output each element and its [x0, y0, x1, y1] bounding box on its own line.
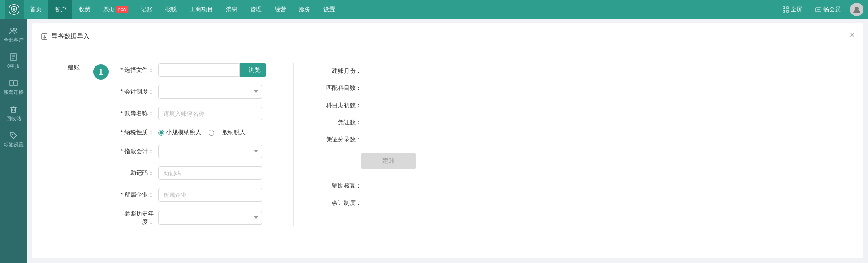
nav-bills[interactable]: 票据 new [97, 0, 134, 19]
result-label-3: 凭证数： [321, 118, 361, 127]
sidebar-item-all-customers[interactable]: 全部客户 [1, 23, 26, 47]
memo-row: 助记码： [118, 166, 266, 180]
migrate-icon [9, 79, 18, 88]
svg-rect-3 [787, 7, 788, 9]
file-label: * 选择文件： [118, 66, 154, 74]
form-left-panel: 建账 1 * 选择文件： +浏览 [68, 63, 266, 226]
nav-right-actions: 全屏 畅会员 [779, 3, 863, 16]
build-btn-area: 建账 [321, 153, 456, 169]
accounting-system-row: * 会计制度： [118, 85, 266, 99]
ledger-name-label: * 账簿名称： [118, 109, 154, 117]
ledger-name-row: * 账簿名称： [118, 107, 266, 120]
accounting-system-select[interactable] [158, 85, 262, 99]
member-button[interactable]: 畅会员 [811, 4, 844, 15]
accountant-select[interactable] [158, 145, 262, 158]
sidebar-item-tags[interactable]: 标签设置 [1, 127, 26, 152]
import-icon [41, 33, 48, 40]
nav-manage[interactable]: 管理 [244, 0, 268, 19]
svg-rect-12 [14, 80, 17, 86]
browse-button[interactable]: +浏览 [240, 63, 266, 77]
memo-label: 助记码： [118, 169, 154, 177]
member-icon [815, 6, 821, 13]
tax-small-radio[interactable] [158, 130, 164, 136]
document-icon [9, 52, 18, 61]
tax-type-row: * 纳税性质： 小规模纳税人 一般纳税人 [118, 128, 266, 136]
tax-small-label[interactable]: 小规模纳税人 [158, 128, 201, 136]
tax-type-radio-group: 小规模纳税人 一般纳税人 [158, 128, 246, 136]
company-row: * 所属企业： [118, 188, 266, 202]
file-input-row: +浏览 [158, 63, 266, 77]
nav-customers[interactable]: 客户 [48, 0, 72, 19]
svg-point-9 [14, 28, 17, 31]
users-icon [9, 26, 18, 35]
top-navigation: 首页 客户 收费 票据 new 记账 报税 工商项目 消息 管理 经营 服务 设… [0, 0, 868, 19]
company-input[interactable] [158, 188, 262, 202]
right-fields-2: 辅助核算： 会计制度： [321, 178, 456, 207]
ledger-name-input[interactable] [158, 107, 262, 120]
svg-point-1 [13, 8, 16, 11]
tag-icon [9, 131, 18, 140]
fullscreen-icon [783, 6, 789, 13]
step-circle: 1 [93, 64, 109, 80]
nav-badge-new: new [116, 6, 128, 13]
nav-fees[interactable]: 收费 [72, 0, 97, 19]
right-fields: 建账月份： 匹配科目数： 科目期初数： 凭证数： [321, 63, 456, 144]
result-label-0: 建账月份： [321, 67, 361, 75]
company-label: * 所属企业： [118, 191, 154, 199]
main-content: 导爷数据导入 × 建账 1 * 选择文件： [27, 19, 868, 263]
file-input[interactable] [158, 63, 240, 77]
history-year-select[interactable] [158, 211, 262, 225]
sidebar-item-zero-declaration[interactable]: 0申报 [1, 49, 26, 73]
accountant-label: * 指派会计： [118, 147, 154, 155]
accountant-row: * 指派会计： [118, 145, 266, 158]
page-header: 导爷数据导入 [41, 33, 854, 41]
result-qichu: 科目期初数： [321, 101, 456, 109]
result-pingzheng: 凭证数： [321, 118, 456, 127]
step-label: 建账 [68, 63, 80, 71]
fullscreen-button[interactable]: 全屏 [779, 4, 806, 15]
main-layout: 全部客户 0申报 账套迁移 回收站 [0, 19, 868, 263]
nav-settings[interactable]: 设置 [317, 0, 342, 19]
form-fields: * 选择文件： +浏览 * 会计制度： [118, 63, 266, 226]
user-avatar[interactable] [850, 3, 863, 16]
result-label-5: 辅助核算： [321, 182, 361, 190]
tax-general-label[interactable]: 一般纳税人 [209, 128, 246, 136]
result-jianzhangyuefen: 建账月份： [321, 67, 456, 75]
nav-bookkeeping[interactable]: 记账 [134, 0, 159, 19]
accounting-system-label: * 会计制度： [118, 88, 154, 96]
svg-point-8 [11, 28, 14, 31]
nav-operation[interactable]: 经营 [268, 0, 293, 19]
sidebar-item-migration[interactable]: 账套迁移 [1, 75, 26, 99]
result-label-4: 凭证分录数： [321, 136, 361, 144]
nav-tax[interactable]: 报税 [159, 0, 183, 19]
svg-rect-4 [783, 10, 785, 12]
build-button[interactable]: 建账 [361, 153, 416, 169]
result-label-2: 科目期初数： [321, 101, 361, 109]
file-row: * 选择文件： +浏览 [118, 63, 266, 77]
page-title: 导爷数据导入 [52, 33, 90, 41]
result-pipei: 匹配科目数： [321, 84, 456, 92]
result-fuzhu: 辅助核算： [321, 182, 456, 190]
left-sidebar: 全部客户 0申报 账套迁移 回收站 [0, 19, 27, 263]
history-year-label: 参照历史年度： [118, 210, 154, 226]
tax-general-radio[interactable] [209, 130, 214, 136]
memo-input[interactable] [158, 166, 262, 180]
nav-service[interactable]: 服务 [293, 0, 317, 19]
trash-icon [9, 105, 18, 114]
svg-rect-2 [783, 7, 785, 9]
form-right-panel: 建账月份： 匹配科目数： 科目期初数： 凭证数： [321, 63, 456, 226]
result-fenlv: 凭证分录数： [321, 136, 456, 144]
vertical-divider [293, 63, 294, 226]
tax-type-label: * 纳税性质： [118, 128, 154, 136]
svg-point-13 [12, 134, 13, 135]
nav-business[interactable]: 工商项目 [183, 0, 219, 19]
nav-menu: 首页 客户 收费 票据 new 记账 报税 工商项目 消息 管理 经营 服务 设… [24, 0, 779, 19]
result-label-6: 会计制度： [321, 199, 361, 207]
svg-rect-5 [787, 10, 788, 12]
history-year-row: 参照历史年度： [118, 210, 266, 226]
nav-messages[interactable]: 消息 [219, 0, 244, 19]
content-panel: 导爷数据导入 × 建账 1 * 选择文件： [32, 23, 863, 258]
close-button[interactable]: × [849, 31, 854, 39]
nav-home[interactable]: 首页 [24, 0, 48, 19]
sidebar-item-recycle[interactable]: 回收站 [1, 101, 26, 126]
